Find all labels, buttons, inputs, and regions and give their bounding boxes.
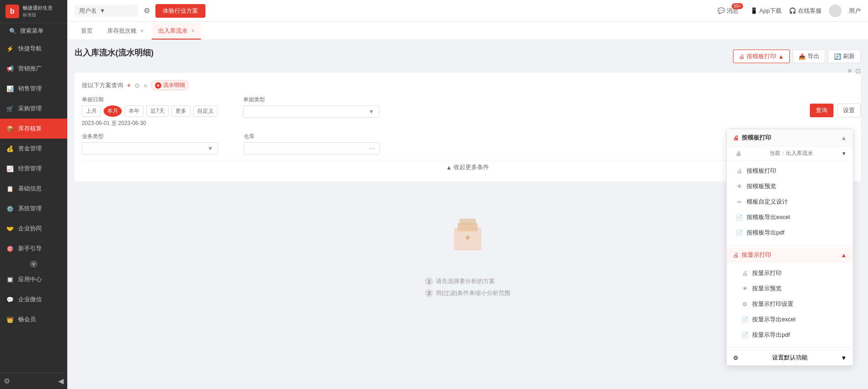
business-type-filter-group: 业务类型 ▼ [82, 133, 218, 155]
operation-icon: 📈 [5, 164, 15, 173]
template-print-icon: 🖨 [736, 167, 743, 175]
display-excel-icon: 📄 [741, 316, 748, 323]
sidebar-item-quick-nav[interactable]: ⚡ 快捷导航 [0, 39, 67, 59]
sidebar-item-operation[interactable]: 📈 经营管理 [0, 159, 67, 179]
warehouse-filter-group: 仓库 ⋯ [244, 133, 380, 155]
empty-illustration [445, 214, 490, 268]
user-avatar[interactable] [829, 5, 842, 17]
sidebar-item-enterprise[interactable]: 🤝 企业协同 [0, 219, 67, 239]
app-center-icon: 🔲 [5, 275, 15, 284]
filter-add-button[interactable]: + [127, 81, 131, 90]
member-icon: 👑 [5, 315, 15, 324]
settings-button[interactable]: 设置 [837, 104, 861, 117]
template-pdf-icon: 📄 [736, 229, 743, 236]
refresh-icon: 🔄 [834, 53, 841, 60]
filter-tag-icon: ● [155, 82, 161, 89]
sidebar-item-basic[interactable]: 📋 基础信息 [0, 179, 67, 199]
display-print-section-header[interactable]: 🖨 按显示打印 ▲ [727, 247, 853, 263]
tab-inventory-flow[interactable]: 出入库流水 × [152, 23, 201, 40]
date-btn-custom[interactable]: 自定义 [193, 105, 218, 117]
filter-header: 按以下方案查询 + ⊙ « ● 流水明细 [82, 80, 853, 90]
search-icon: 🔍 [9, 28, 16, 35]
display-export-excel-item[interactable]: 📄 按显示导出excel [727, 312, 853, 327]
template-export-excel-item[interactable]: 📄 按模板导出excel [727, 209, 853, 225]
message-icon: 💬 [718, 7, 725, 14]
purchase-icon: 🛒 [5, 104, 15, 113]
sidebar-settings-btn[interactable]: ⚙ [4, 377, 10, 385]
dropdown-current: 🖨 当前：出入库流水 ▼ [727, 147, 853, 160]
tab-home[interactable]: 首页 [75, 23, 99, 40]
filter-tag[interactable]: ● 流水明细 [151, 80, 189, 90]
template-custom-design-item[interactable]: ✏ 模板自定义设计 [727, 194, 853, 209]
message-item[interactable]: 💬 消息 99+ [718, 7, 738, 15]
refresh-button[interactable]: 🔄 刷新 [828, 50, 861, 63]
dropdown-current-arrow: ▼ [841, 150, 847, 157]
inventory-icon: 📦 [5, 124, 15, 133]
app-logo-icon: b [5, 5, 19, 18]
app-download-item[interactable]: 📱 App下载 [750, 7, 782, 15]
dropdown-print-icon: 🖨 [733, 135, 739, 141]
dropdown-footer-arrow: ▼ [841, 354, 847, 361]
display-preview-item[interactable]: 👁 按显示预览 [727, 281, 853, 296]
window-expand-button[interactable]: ⊡ [855, 67, 861, 75]
sidebar-item-app-center[interactable]: 🔲 应用中心 [0, 269, 67, 289]
sidebar-collapse-btn[interactable]: ◀ [58, 377, 64, 385]
sidebar-item-guide[interactable]: 🎯 新手引导 [0, 239, 67, 259]
sidebar-item-system[interactable]: ⚙️ 系统管理 [0, 199, 67, 219]
sidebar-item-sales[interactable]: 📊 销售管理 [0, 79, 67, 99]
warehouse-more-icon: ⋯ [369, 145, 375, 152]
page-title: 出入库流水(流水明细) [75, 47, 154, 58]
user-dropdown-arrow: ▼ [100, 7, 105, 14]
filter-settings-button[interactable]: ⊙ [135, 82, 140, 89]
window-controls: ✕ ⊡ [847, 67, 861, 75]
sidebar-item-purchase[interactable]: 🛒 采购管理 [0, 99, 67, 119]
warehouse-dropdown[interactable]: ⋯ [244, 142, 380, 155]
sidebar-scroll-down[interactable]: ▼ [30, 260, 37, 268]
template-print-item[interactable]: 🖨 按模板打印 [727, 163, 853, 179]
sidebar-item-weixin[interactable]: 💬 企业微信 [0, 289, 67, 309]
user-selector[interactable]: 用户名 ▼ [75, 5, 138, 17]
online-service-item[interactable]: 🎧 在线客服 [789, 7, 822, 15]
tab-batch-account[interactable]: 库存批次账 × [101, 23, 150, 40]
date-selector: 上月 本月 本年 近7天 更多 自定义 [82, 105, 218, 117]
dropdown-collapse-arrow[interactable]: ▲ [841, 135, 847, 141]
topbar-settings-icon[interactable]: ⚙ [144, 6, 150, 15]
system-icon: ⚙️ [5, 204, 15, 213]
trial-button[interactable]: 体验行业方案 [155, 4, 205, 18]
dropdown-header: 🖨 按模板打印 ▲ [727, 129, 853, 147]
display-print-item[interactable]: 🖨 按显示打印 [727, 265, 853, 281]
voucher-type-dropdown[interactable]: ▼ [243, 105, 379, 118]
window-close-button[interactable]: ✕ [847, 67, 853, 75]
template-preview-item[interactable]: 👁 按模板预览 [727, 179, 853, 194]
print-template-button[interactable]: 🖨 按模板打印 ▲ [733, 50, 790, 63]
app-download-icon: 📱 [750, 7, 758, 14]
date-btn-7-days[interactable]: 近7天 [146, 105, 169, 117]
dropdown-footer[interactable]: ⚙ 设置默认功能 ▼ [727, 349, 853, 365]
display-print-settings-item[interactable]: ⚙ 按显示打印设置 [727, 296, 853, 312]
date-btn-more[interactable]: 更多 [171, 105, 190, 117]
display-export-pdf-item[interactable]: 📄 按显示导出pdf [727, 327, 853, 343]
weixin-icon: 💬 [5, 295, 15, 304]
tab-batch-close[interactable]: × [140, 28, 144, 34]
export-button[interactable]: 📤 导出 [793, 50, 825, 63]
date-btn-this-month[interactable]: 本月 [104, 105, 122, 117]
business-type-dropdown[interactable]: ▼ [82, 142, 218, 155]
tab-flow-close[interactable]: × [191, 28, 195, 34]
quick-nav-icon: ⚡ [5, 44, 15, 53]
sales-icon: 📊 [5, 84, 15, 93]
display-pdf-icon: 📄 [741, 331, 748, 339]
sidebar-item-finance[interactable]: 💰 资金管理 [0, 139, 67, 159]
template-export-pdf-item[interactable]: 📄 按模板导出pdf [727, 225, 853, 240]
finance-icon: 💰 [5, 144, 15, 153]
sidebar-item-marketing[interactable]: 📢 营销推广 [0, 59, 67, 79]
filter-collapse-button[interactable]: « [144, 82, 147, 89]
sidebar-item-member[interactable]: 👑 畅会员 [0, 309, 67, 329]
date-btn-this-year[interactable]: 本年 [125, 105, 144, 117]
svg-rect-2 [459, 219, 476, 225]
date-btn-last-month[interactable]: 上月 [82, 105, 101, 117]
tabs-bar: 首页 库存批次账 × 出入库流水 × [67, 22, 868, 40]
search-menu-item[interactable]: 🔍 搜索菜单 [0, 23, 67, 39]
query-button[interactable]: 查询 [810, 104, 833, 117]
sidebar-item-inventory[interactable]: 📦 库存核算 [0, 119, 67, 139]
sidebar: b 畅捷通好生意 标准版 🔍 搜索菜单 ⚡ 快捷导航 📢 营销推广 📊 销售管理 [0, 0, 67, 389]
